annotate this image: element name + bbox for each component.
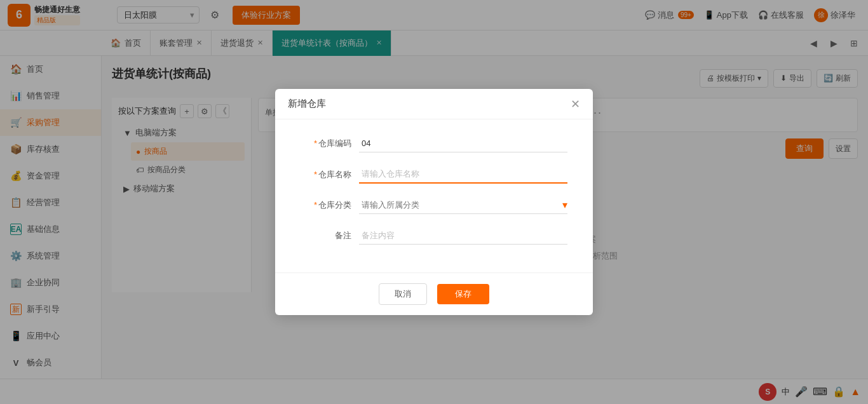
- cancel-btn[interactable]: 取消: [379, 283, 427, 305]
- save-btn[interactable]: 保存: [437, 284, 489, 304]
- name-input[interactable]: [359, 165, 567, 184]
- category-label: *仓库分类: [301, 199, 351, 211]
- dialog-footer: 取消 保存: [275, 273, 593, 315]
- dialog-title: 新增仓库: [288, 98, 326, 110]
- dialog-header: 新增仓库 ✕: [275, 89, 593, 119]
- code-label: *仓库编码: [301, 138, 351, 149]
- remark-input[interactable]: [359, 227, 567, 245]
- category-input[interactable]: [359, 196, 562, 213]
- category-select-wrap: ▾: [359, 196, 567, 214]
- new-warehouse-dialog: 新增仓库 ✕ *仓库编码 *仓库名称 *仓库分类: [275, 89, 593, 315]
- form-row-remark: 备注: [301, 227, 567, 245]
- code-input[interactable]: [359, 135, 567, 152]
- form-row-category: *仓库分类 ▾: [301, 196, 567, 214]
- form-row-name: *仓库名称: [301, 165, 567, 184]
- remark-label: 备注: [301, 230, 351, 241]
- form-row-code: *仓库编码: [301, 135, 567, 152]
- dialog-close-btn[interactable]: ✕: [571, 98, 580, 110]
- category-dropdown-icon[interactable]: ▾: [562, 199, 567, 211]
- name-label: *仓库名称: [301, 169, 351, 180]
- modal-overlay[interactable]: 新增仓库 ✕ *仓库编码 *仓库名称 *仓库分类: [0, 0, 868, 404]
- dialog-body: *仓库编码 *仓库名称 *仓库分类 ▾: [275, 119, 593, 273]
